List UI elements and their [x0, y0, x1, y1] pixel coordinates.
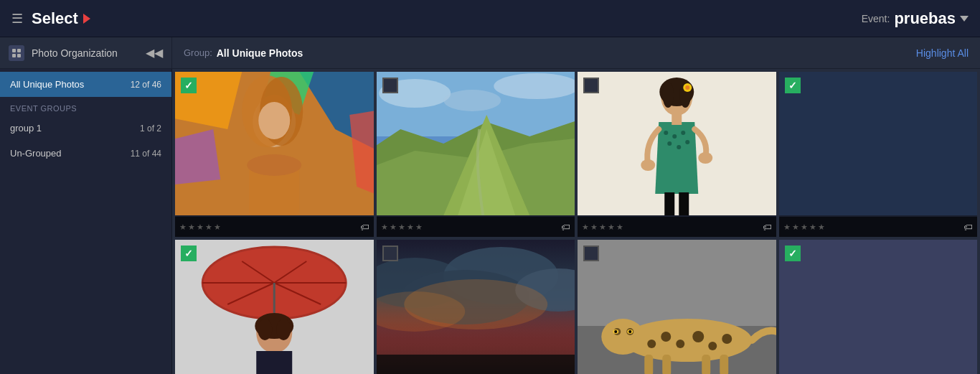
sub-header: Photo Organization ◀◀ Group: All Unique … [0, 37, 980, 69]
event-groups-header: Event Groups [0, 97, 171, 116]
tag-icon-3: 🏷 [763, 222, 772, 233]
svg-rect-1 [17, 49, 21, 52]
star-icon: ★ [390, 223, 397, 232]
svg-point-30 [662, 82, 674, 108]
svg-point-17 [247, 154, 301, 176]
logo-arrow-icon [83, 14, 90, 24]
sub-header-left: Photo Organization ◀◀ [0, 37, 172, 68]
star-icon: ★ [783, 223, 791, 232]
svg-rect-43 [679, 192, 689, 215]
highlight-all-button[interactable]: Highlight All [916, 47, 969, 59]
photo-checkbox-4[interactable] [785, 78, 801, 93]
photo-checkbox-2[interactable] [382, 78, 398, 93]
svg-point-38 [677, 145, 681, 149]
photo-footer-4: ★ ★ ★ ★ ★ 🏷 [779, 217, 978, 237]
sidebar-item-ungrouped-label: Un-Grouped [10, 148, 131, 159]
svg-point-33 [685, 85, 689, 90]
event-name: pruebas [894, 9, 956, 28]
photo-cell-6[interactable]: ★ ★ ★ ★ ★ 🏷 [377, 240, 575, 374]
star-icon: ★ [608, 223, 615, 232]
photo-checkbox-8[interactable] [785, 246, 801, 261]
photo-checkbox-7[interactable] [583, 246, 599, 261]
svg-point-77 [722, 334, 732, 344]
svg-rect-44 [672, 113, 682, 125]
star-icon: ★ [381, 223, 388, 232]
star-icon: ★ [818, 223, 825, 232]
svg-marker-10 [175, 129, 220, 187]
hamburger-icon[interactable]: ☰ [11, 11, 23, 27]
svg-point-36 [681, 131, 685, 135]
star-rating-2: ★ ★ ★ ★ ★ [381, 223, 423, 232]
star-icon: ★ [792, 223, 799, 232]
photo-cell-7[interactable]: ★ ★ ★ ★ ★ 🏷 [578, 240, 776, 374]
sidebar-item-ungrouped-count: 11 of 44 [131, 149, 161, 159]
photo-cell-8[interactable]: ★ ★ ★ ★ ★ 🏷 [779, 240, 978, 374]
svg-point-15 [258, 102, 290, 139]
star-icon: ★ [214, 223, 221, 232]
photo-cell-5[interactable]: ★ ★ ★ ★ ★ 🏷 [175, 240, 374, 374]
svg-point-22 [443, 90, 501, 111]
top-nav: ☰ Select Event: pruebas [0, 0, 980, 37]
sidebar: All Unique Photos 12 of 46 Event Groups … [0, 69, 172, 374]
star-icon: ★ [407, 223, 414, 232]
photo-checkbox-6[interactable] [382, 246, 398, 261]
svg-rect-0 [12, 49, 16, 52]
svg-point-37 [667, 141, 672, 146]
photo-checkbox-1[interactable] [181, 78, 197, 93]
event-dropdown-arrow-icon[interactable] [960, 16, 969, 22]
sub-header-main: Group: All Unique Photos Highlight All [172, 47, 980, 59]
svg-point-73 [661, 332, 671, 342]
main-layout: All Unique Photos 12 of 46 Event Groups … [0, 69, 980, 374]
svg-rect-88 [702, 355, 710, 374]
sidebar-item-ungrouped[interactable]: Un-Grouped 11 of 44 [0, 141, 171, 166]
photo-cell-2[interactable]: ★ ★ ★ ★ ★ 🏷 [377, 72, 575, 237]
svg-point-34 [664, 131, 668, 135]
tag-icon-1: 🏷 [360, 222, 369, 233]
photo-footer-1: ★ ★ ★ ★ ★ 🏷 [175, 217, 374, 237]
svg-rect-89 [720, 355, 728, 374]
group-label: Group: [184, 47, 212, 58]
star-icon: ★ [582, 223, 589, 232]
photo-cell-4[interactable]: ★ ★ ★ ★ ★ 🏷 [779, 72, 978, 237]
photo-checkbox-3[interactable] [583, 78, 599, 93]
svg-point-79 [601, 319, 644, 355]
svg-rect-86 [644, 355, 653, 374]
photo-footer-2: ★ ★ ★ ★ ★ 🏷 [377, 217, 575, 237]
svg-rect-2 [12, 54, 16, 57]
star-rating-3: ★ ★ ★ ★ ★ [582, 223, 623, 232]
star-icon: ★ [415, 223, 423, 232]
svg-point-84 [614, 330, 617, 333]
svg-point-85 [628, 330, 631, 333]
svg-point-39 [685, 140, 689, 144]
svg-point-78 [647, 340, 656, 348]
star-icon: ★ [809, 223, 816, 232]
photo-cell-3[interactable]: ★ ★ ★ ★ ★ 🏷 [578, 72, 776, 237]
star-icon: ★ [616, 223, 623, 232]
sidebar-item-all-unique-count: 12 of 46 [131, 80, 161, 90]
photo-checkbox-5[interactable] [181, 246, 197, 261]
svg-rect-69 [377, 355, 575, 374]
sidebar-item-group1-label: group 1 [10, 123, 140, 134]
collapse-icon[interactable]: ◀◀ [146, 46, 163, 60]
sidebar-item-group1[interactable]: group 1 1 of 2 [0, 116, 171, 141]
svg-rect-3 [17, 54, 21, 57]
sidebar-item-group1-count: 1 of 2 [140, 123, 161, 134]
svg-point-60 [276, 319, 291, 340]
photo-cell-1[interactable]: ★ ★ ★ ★ ★ 🏷 [175, 72, 374, 237]
svg-point-40 [641, 159, 655, 171]
svg-point-74 [676, 340, 684, 348]
photo-grid: ★ ★ ★ ★ ★ 🏷 [172, 69, 980, 374]
svg-rect-42 [664, 192, 674, 215]
star-icon: ★ [179, 223, 187, 232]
tag-icon-2: 🏷 [561, 222, 570, 233]
star-icon: ★ [197, 223, 204, 232]
svg-rect-87 [662, 355, 671, 374]
star-rating-1: ★ ★ ★ ★ ★ [179, 223, 221, 232]
sidebar-item-all-unique[interactable]: All Unique Photos 12 of 46 [0, 72, 171, 97]
star-icon: ★ [801, 223, 808, 232]
svg-point-41 [698, 152, 712, 164]
svg-point-75 [692, 331, 704, 342]
svg-point-59 [258, 319, 272, 340]
star-icon: ★ [599, 223, 606, 232]
star-icon: ★ [188, 223, 195, 232]
